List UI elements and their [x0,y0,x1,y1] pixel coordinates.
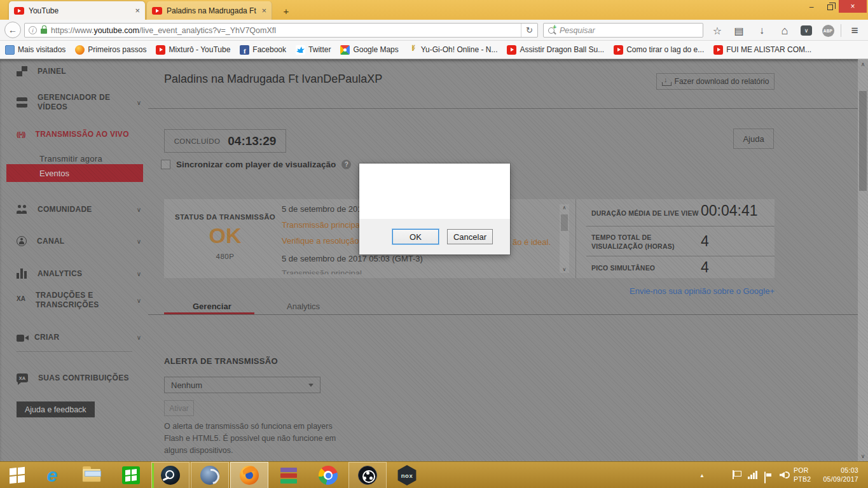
most-visited-icon [5,45,15,55]
downloads-icon[interactable]: ↓ [753,23,771,38]
bookmark-label: Como tirar o lag do e... [626,45,704,54]
help-circle-icon[interactable]: ? [341,160,351,169]
sidebar-item-gerenciador[interactable]: GERENCIADOR DE VÍDEOS ∨ [17,95,141,109]
browser-tab-inactive[interactable]: Paladins na Madrugada Ft Iv × [146,1,272,20]
sidebar-sublabel: Eventos [39,169,69,178]
sidebar-item-comunidade[interactable]: COMUNIDADE ∨ [17,202,141,216]
download-report-button[interactable]: Fazer download do relatório [656,73,775,90]
taskbar-item-windows-store[interactable] [112,462,150,488]
adblock-icon[interactable]: ABP [819,23,837,38]
log-scrollbar[interactable]: ∧ ∨ [560,204,569,273]
bookmark-item[interactable]: Assistir Dragon Ball Su... [507,45,604,55]
url-bar[interactable]: i https://www.youtube.com/live_event_ana… [24,23,538,38]
bookmark-star-icon[interactable]: ☆ [708,23,726,38]
browser-tab-active[interactable]: YouTube × [9,1,145,20]
bookmark-item[interactable]: Twitter [296,45,331,55]
stats-column: DURAÇÃO MÉDIA DE LIVE VIEW 00:04:41 TEMP… [586,199,775,278]
https-lock-icon[interactable] [41,29,47,34]
page-scrollbar-thumb[interactable] [859,91,867,191]
sidebar-label: TRANSMISSÃO AO VIVO [36,130,129,139]
google-plus-feedback-link[interactable]: Envie-nos sua opinião sobre o Google+ [630,286,775,296]
bookmark-item[interactable]: ∨∨Yu-Gi-Oh! Online - N... [408,45,498,55]
google-maps-icon [340,45,350,55]
new-tab-button[interactable]: + [279,4,294,17]
sync-checkbox[interactable] [161,160,170,169]
sidebar-item-analytics[interactable]: ANALYTICS ∨ [17,267,141,281]
start-button[interactable] [0,462,34,488]
bookmark-item[interactable]: Mixturô - YouTube [156,45,230,55]
taskbar-item-chrome[interactable] [309,462,347,488]
create-icon [17,335,24,342]
yugioh-icon: ∨∨ [408,45,418,55]
bookmark-item[interactable]: Mais visitados [5,45,65,55]
sidebar-item-contribuicoes[interactable]: XA SUAS CONTRIBUIÇÕES [17,371,141,385]
bookmark-item[interactable]: Primeiros passos [75,45,146,55]
bookmark-label: Primeiros passos [88,45,146,54]
scroll-up-icon[interactable]: ∧ [858,61,868,67]
ajuda-button[interactable]: Ajuda [733,129,774,149]
sidebar-item-criar[interactable]: CRIAR ∨ [17,330,141,344]
bookmark-item[interactable]: fFacebook [240,45,286,55]
bookmarks-panel-icon[interactable]: ▤ [730,23,748,38]
taskbar-item-daemon-tools[interactable] [191,462,229,488]
page-scrollbar[interactable]: ∧ ∨ [858,59,868,461]
tray-language-indicator[interactable]: PORPTB2 [794,466,811,484]
sidebar-label: PAINEL [38,67,66,76]
tab-analytics[interactable]: Analytics [287,302,320,311]
tray-network-icon[interactable] [748,471,757,479]
taskbar-item-firefox-active[interactable] [230,462,268,488]
pocket-icon[interactable]: ∨ [797,23,815,38]
video-manager-icon [17,97,27,108]
search-input[interactable] [560,26,698,35]
sidebar-item-traducoes[interactable]: XA TRADUÇÕES E TRANSCRIÇÕES ∨ [17,289,141,311]
sidebar-item-transmissao[interactable]: ((•)) TRANSMISSÃO AO VIVO [17,127,141,141]
reload-button[interactable]: ↻ [521,24,537,37]
tab-close-icon[interactable]: × [261,6,266,15]
tab-close-icon[interactable]: × [135,6,140,15]
sidebar-label: SUAS CONTRIBUIÇÕES [38,373,129,383]
alert-dropdown[interactable]: Nenhum [164,377,320,393]
ok-button[interactable]: OK [392,229,439,244]
window-close-button[interactable]: × [839,0,867,13]
tray-volume-icon[interactable] [780,471,790,478]
taskbar-item-nox[interactable]: nox [388,462,426,488]
chevron-down-icon: ∨ [137,206,141,213]
window-restore-button[interactable] [822,2,838,12]
home-icon[interactable]: ⌂ [776,23,794,38]
log-scrollbar-thumb[interactable] [561,214,568,231]
bookmark-label: Facebook [252,45,286,54]
help-feedback-button[interactable]: Ajuda e feedback [17,401,95,417]
ativar-button[interactable]: Ativar [164,400,194,416]
sidebar-item-eventos[interactable]: Eventos [6,164,143,182]
scroll-down-icon[interactable]: ∨ [560,267,569,272]
window-minimize-button[interactable]: – [803,2,820,12]
toolbar-separator [841,24,841,37]
taskbar-item-file-explorer[interactable] [72,462,111,488]
taskbar-item-steam[interactable] [151,462,189,488]
taskbar-item-obs[interactable] [348,462,387,488]
youtube-icon [507,45,516,55]
scroll-up-icon[interactable]: ∧ [560,205,569,211]
bookmark-item[interactable]: Como tirar o lag do e... [614,45,704,55]
menu-icon[interactable]: ≡ [846,23,864,38]
tray-show-hidden-icons[interactable]: ▲ [699,473,705,478]
language-code: POR [794,466,809,474]
taskbar-item-winrar[interactable] [270,462,308,488]
page-info-icon[interactable]: i [29,26,37,34]
sidebar-item-painel[interactable]: PAINEL [17,64,141,78]
tab-gerenciar[interactable]: Gerenciar [193,302,231,311]
scroll-down-icon[interactable]: ∨ [858,453,868,459]
tray-clock[interactable]: 05:0305/09/2017 [818,466,858,484]
taskbar-item-internet-explorer[interactable]: e [33,462,71,488]
sidebar-item-canal[interactable]: CANAL ∨ [17,234,141,248]
youtube-favicon [14,7,24,15]
alert-dropdown-value: Nenhum [171,380,202,390]
search-icon[interactable]: + [548,27,555,34]
bookmark-item[interactable]: Google Maps [340,45,398,55]
tray-battery-icon[interactable] [764,472,766,484]
search-bar[interactable]: + [543,23,703,38]
back-button[interactable]: ← [4,22,21,38]
bookmark-item[interactable]: FUI ME ALISTAR COM... [713,45,811,55]
cancel-button[interactable]: Cancelar [447,229,493,244]
log-line: 5 de setembro de 201 [282,204,362,214]
